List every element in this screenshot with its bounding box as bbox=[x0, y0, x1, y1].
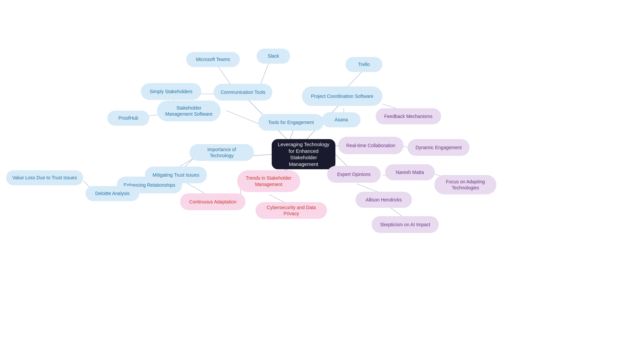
tools-engagement-node: Tools for Engagement bbox=[258, 114, 324, 131]
simply-stakeholders-node: Simply Stakeholders bbox=[141, 83, 201, 100]
dynamic-engagement-node: Dynamic Engagement bbox=[408, 139, 470, 156]
cybersecurity-node: Cybersecurity and Data Privacy bbox=[256, 202, 327, 219]
trends-node: Trends in Stakeholder Management bbox=[237, 170, 300, 192]
trends-label: Trends in Stakeholder Management bbox=[243, 175, 294, 187]
allison-hendricks-node: Allison Hendricks bbox=[356, 192, 412, 208]
project-coordination-node: Project Coordination Software bbox=[302, 86, 382, 106]
importance-technology-label: Importance of Technology bbox=[196, 146, 248, 159]
proofhub-label: ProofHub bbox=[118, 115, 138, 121]
microsoft-teams-label: Microsoft Teams bbox=[196, 56, 230, 62]
trello-node: Trello bbox=[345, 57, 382, 72]
deloitte-analysis-node: Deloitte Analysis bbox=[86, 186, 139, 201]
focus-adapting-node: Focus on Adapting Technologies bbox=[434, 175, 496, 194]
project-coordination-label: Project Coordination Software bbox=[311, 93, 373, 99]
naresh-matta-node: Naresh Matta bbox=[385, 164, 435, 180]
feedback-mechanisms-node: Feedback Mechanisms bbox=[376, 108, 441, 124]
feedback-mechanisms-label: Feedback Mechanisms bbox=[384, 113, 433, 119]
deloitte-analysis-label: Deloitte Analysis bbox=[95, 190, 130, 196]
value-loss-label: Value Loss Due to Trust Issues bbox=[12, 175, 77, 181]
slack-node: Slack bbox=[257, 49, 290, 64]
realtime-collab-node: Real-time Collaboration bbox=[338, 137, 404, 154]
center-label: Leveraging Technology for Enhanced Stake… bbox=[278, 141, 329, 167]
skepticism-ai-label: Skepticism on AI Impact bbox=[380, 222, 430, 228]
cybersecurity-label: Cybersecurity and Data Privacy bbox=[262, 204, 321, 217]
naresh-matta-label: Naresh Matta bbox=[396, 169, 424, 175]
mitigating-trust-label: Mitigating Trust Issues bbox=[153, 172, 199, 178]
simply-stakeholders-label: Simply Stakeholders bbox=[150, 88, 193, 95]
slack-label: Slack bbox=[268, 53, 279, 59]
center-node: Leveraging Technology for Enhanced Stake… bbox=[272, 139, 335, 169]
realtime-collab-label: Real-time Collaboration bbox=[346, 142, 395, 148]
allison-hendricks-label: Allison Hendricks bbox=[366, 197, 401, 203]
expert-opinions-label: Expert Opinions bbox=[337, 171, 371, 177]
stakeholder-mgmt-node: Stakeholder Management Software bbox=[157, 101, 221, 121]
continuous-adaptation-node: Continuous Adaptation bbox=[180, 193, 246, 210]
microsoft-teams-node: Microsoft Teams bbox=[186, 52, 240, 67]
focus-adapting-label: Focus on Adapting Technologies bbox=[440, 179, 490, 191]
svg-line-13 bbox=[226, 111, 263, 126]
stakeholder-mgmt-label: Stakeholder Management Software bbox=[163, 105, 215, 117]
expert-opinions-node: Expert Opinions bbox=[327, 166, 381, 183]
asana-label: Asana bbox=[335, 117, 348, 123]
tools-engagement-label: Tools for Engagement bbox=[268, 119, 314, 125]
communication-tools-label: Communication Tools bbox=[221, 89, 266, 95]
skepticism-ai-node: Skepticism on AI Impact bbox=[372, 216, 439, 233]
proofhub-node: ProofHub bbox=[107, 111, 149, 126]
asana-node: Asana bbox=[322, 112, 361, 127]
continuous-adaptation-label: Continuous Adaptation bbox=[189, 199, 236, 205]
trello-label: Trello bbox=[358, 61, 370, 67]
importance-technology-node: Importance of Technology bbox=[190, 144, 254, 161]
communication-tools-node: Communication Tools bbox=[214, 84, 272, 101]
value-loss-node: Value Loss Due to Trust Issues bbox=[6, 170, 83, 185]
mitigating-trust-node: Mitigating Trust Issues bbox=[145, 167, 207, 183]
dynamic-engagement-label: Dynamic Engagement bbox=[416, 144, 462, 150]
